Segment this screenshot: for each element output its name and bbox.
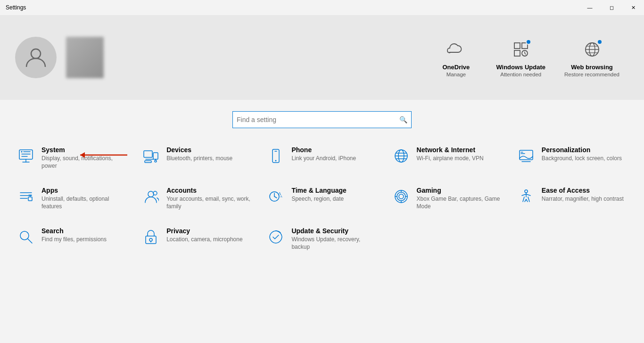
search-input[interactable]: [237, 116, 399, 123]
header-shortcuts: OneDrive Manage Windows Update Attention…: [435, 38, 619, 77]
gaming-icon: [392, 188, 410, 205]
search-button[interactable]: 🔍: [399, 116, 407, 123]
setting-item-privacy[interactable]: PrivacyLocation, camera, microphone: [134, 219, 259, 259]
setting-item-network[interactable]: Network & InternetWi-Fi, airplane mode, …: [385, 138, 510, 178]
app-title: Settings: [6, 4, 26, 11]
update-security-title: Update & Security: [291, 227, 377, 235]
setting-item-gaming[interactable]: GamingXbox Game Bar, captures, Game Mode: [385, 178, 510, 219]
onedrive-sub: Manage: [446, 72, 466, 77]
search-text: SearchFind my files, permissions: [41, 227, 127, 244]
svg-rect-19: [153, 153, 158, 159]
privacy-icon: [142, 228, 160, 246]
settings-grid: SystemDisplay, sound, notifications, pow…: [0, 138, 644, 260]
privacy-text: PrivacyLocation, camera, microphone: [166, 227, 252, 244]
svg-rect-1: [514, 43, 520, 49]
ease-of-access-title: Ease of Access: [542, 187, 627, 194]
close-button[interactable]: ✕: [622, 0, 644, 15]
windows-update-sub: Attention needed: [500, 72, 541, 77]
update-security-subtitle: Windows Update, recovery, backup: [291, 236, 377, 251]
network-icon: [392, 147, 410, 165]
svg-point-42: [148, 191, 154, 197]
gaming-title: Gaming: [417, 187, 502, 194]
svg-rect-18: [144, 151, 152, 157]
setting-item-devices[interactable]: DevicesBluetooth, printers, mouse: [134, 138, 259, 178]
search-title: Search: [41, 227, 127, 235]
network-text: Network & InternetWi-Fi, airplane mode, …: [417, 146, 502, 163]
search-subtitle: Find my files, permissions: [41, 236, 127, 244]
setting-item-accounts[interactable]: AccountsYour accounts, email, sync, work…: [134, 178, 259, 219]
setting-item-time-language[interactable]: A A Time & LanguageSpeech, region, date: [259, 178, 384, 219]
titlebar: Settings — ◻ ✕: [0, 0, 644, 15]
window-controls: — ◻ ✕: [579, 0, 644, 15]
svg-point-56: [525, 190, 528, 193]
time-language-text: Time & LanguageSpeech, region, date: [291, 187, 377, 203]
accounts-icon: [142, 188, 160, 205]
setting-item-personalization[interactable]: PersonalizationBackground, lock screen, …: [510, 138, 635, 178]
search-area: 🔍: [0, 100, 644, 138]
phone-icon: [267, 147, 285, 165]
user-photo: [66, 37, 104, 78]
search-icon: [17, 228, 35, 246]
personalization-subtitle: Background, lock screen, colors: [542, 155, 627, 163]
person-icon: [24, 45, 48, 70]
svg-point-57: [20, 231, 29, 240]
maximize-button[interactable]: ◻: [601, 0, 622, 15]
time-language-title: Time & Language: [291, 187, 377, 194]
apps-text: AppsUninstall, defaults, optional featur…: [41, 187, 127, 210]
onedrive-label: OneDrive: [443, 64, 470, 71]
time-language-subtitle: Speech, region, date: [291, 196, 377, 203]
svg-point-51: [399, 194, 404, 199]
setting-item-ease-of-access[interactable]: Ease of AccessNarrator, magnifier, high …: [510, 178, 635, 219]
personalization-title: Personalization: [542, 146, 627, 154]
windows-update-shortcut[interactable]: Windows Update Attention needed: [496, 38, 545, 77]
minimize-button[interactable]: —: [579, 0, 601, 15]
onedrive-shortcut[interactable]: OneDrive Manage: [435, 38, 477, 77]
system-text: SystemDisplay, sound, notifications, pow…: [41, 146, 127, 170]
time-language-icon: A A: [267, 188, 285, 205]
onedrive-icon: [447, 41, 465, 58]
system-icon: [17, 147, 35, 165]
svg-rect-23: [145, 161, 151, 163]
gaming-text: GamingXbox Game Bar, captures, Game Mode: [417, 187, 502, 210]
web-browsing-label: Web browsing: [571, 64, 613, 71]
update-security-text: Update & SecurityWindows Update, recover…: [291, 227, 377, 251]
windows-update-icon-wrap: [510, 38, 532, 61]
ease-of-access-text: Ease of AccessNarrator, magnifier, high …: [542, 187, 627, 203]
windows-update-dot: [526, 39, 531, 45]
setting-item-phone[interactable]: PhoneLink your Android, iPhone: [259, 138, 384, 178]
phone-subtitle: Link your Android, iPhone: [291, 155, 377, 163]
web-browsing-shortcut[interactable]: Web browsing Restore recommended: [564, 38, 619, 77]
search-box: 🔍: [232, 111, 412, 128]
network-subtitle: Wi-Fi, airplane mode, VPN: [417, 155, 502, 163]
svg-point-0: [31, 49, 41, 58]
personalization-text: PersonalizationBackground, lock screen, …: [542, 146, 627, 163]
gaming-subtitle: Xbox Game Bar, captures, Game Mode: [417, 196, 502, 210]
setting-item-search[interactable]: SearchFind my files, permissions: [9, 219, 134, 259]
svg-point-26: [275, 160, 277, 162]
avatar[interactable]: [15, 37, 57, 78]
svg-rect-39: [28, 197, 32, 201]
system-subtitle: Display, sound, notifications, power: [41, 155, 127, 170]
privacy-title: Privacy: [166, 227, 252, 235]
apps-subtitle: Uninstall, defaults, optional features: [41, 196, 127, 210]
setting-item-update-security[interactable]: Update & SecurityWindows Update, recover…: [259, 219, 384, 259]
onedrive-icon-wrap: [445, 38, 467, 61]
network-title: Network & Internet: [417, 146, 502, 154]
svg-line-58: [28, 239, 32, 243]
ease-of-access-icon: [517, 188, 535, 205]
svg-rect-3: [514, 50, 520, 56]
setting-item-apps[interactable]: AppsUninstall, defaults, optional featur…: [9, 178, 134, 219]
windows-update-label: Windows Update: [496, 64, 545, 71]
devices-text: DevicesBluetooth, printers, mouse: [166, 146, 252, 163]
phone-text: PhoneLink your Android, iPhone: [291, 146, 377, 163]
system-title: System: [41, 146, 127, 154]
svg-point-50: [397, 192, 405, 201]
phone-title: Phone: [291, 146, 377, 154]
setting-item-system[interactable]: SystemDisplay, sound, notifications, pow…: [9, 138, 134, 178]
accounts-title: Accounts: [166, 187, 252, 194]
accounts-subtitle: Your accounts, email, sync, work, family: [166, 196, 252, 210]
update-security-icon: [267, 228, 285, 246]
svg-line-46: [274, 196, 277, 198]
devices-title: Devices: [166, 146, 252, 154]
personalization-icon: [517, 147, 535, 165]
